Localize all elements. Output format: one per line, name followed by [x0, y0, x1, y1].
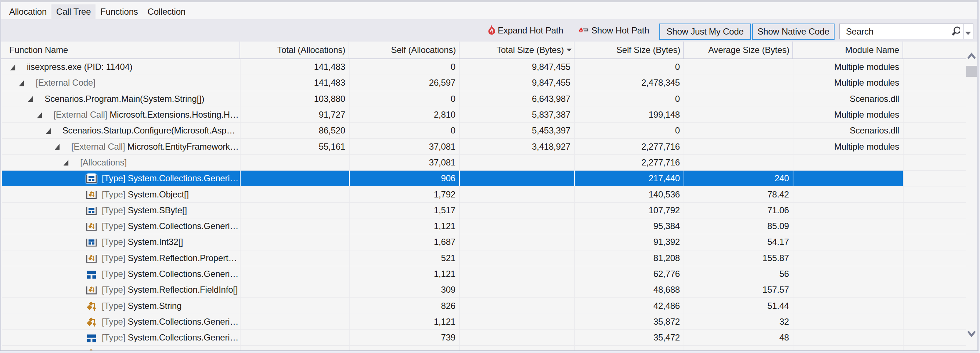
- tree-cell-average-size: 78.42: [684, 187, 793, 202]
- tree-row[interactable]: [Allocations]37,0812,277,716: [0, 155, 980, 171]
- tree-row[interactable]: [Type] System.String82642,48651.44: [0, 298, 980, 314]
- tree-cell-self-allocations: 1,792: [349, 187, 459, 202]
- tree-row[interactable]: [Type] System.Object[]1,792140,53678.42: [0, 187, 980, 202]
- tree-cell-average-size: 71.06: [684, 203, 793, 218]
- search-input[interactable]: Search: [846, 27, 873, 37]
- tree-cell-module-name: Multiple modules: [793, 75, 903, 91]
- tree-cell-module-name: [793, 171, 903, 186]
- tree-cell-self-allocations: [349, 346, 459, 350]
- tree-cell-total-allocations: 55,161: [240, 139, 349, 154]
- tree-cell-function-name: [Type] System.SByte[]: [0, 203, 240, 218]
- column-header-module-name[interactable]: Module Name: [793, 42, 903, 59]
- tree-row-prefix: [Allocations]: [80, 157, 127, 167]
- tree-cell-self-allocations: 0: [349, 91, 459, 107]
- tree-row[interactable]: Scenarios.Startup.Configure(Microsoft.As…: [0, 123, 980, 139]
- tree-cell-total-size: [459, 266, 574, 282]
- struct-array-icon: [86, 237, 97, 247]
- header-separator: [348, 42, 349, 59]
- tree-cell-self-size: 2,478,345: [574, 75, 684, 91]
- tree-row-label: System.Collections.Generi…: [128, 221, 239, 231]
- tree-cell-function-name: [Type] System.String: [0, 298, 240, 313]
- tree-row[interactable]: [Type] System.Collections.Generi…1,12162…: [0, 266, 980, 282]
- memory-profiler-window: Allocation Call Tree Functions Collectio…: [0, 0, 980, 353]
- tab-allocation[interactable]: Allocation: [5, 5, 51, 19]
- tree-row[interactable]: [External Call] Microsoft.Extensions.Hos…: [0, 107, 980, 123]
- column-header-total-size[interactable]: Total Size (Bytes): [459, 42, 574, 59]
- tree-cell-self-allocations: 826: [349, 298, 459, 313]
- tree-cell-average-size: 51.44: [684, 298, 793, 313]
- class-array-icon: [86, 221, 97, 231]
- struct-icon: [86, 269, 97, 279]
- tree-cell-function-name: [0, 346, 240, 350]
- expand-hot-path-flame-icon[interactable]: [488, 25, 495, 37]
- tree-cell-total-size: [459, 171, 574, 186]
- tree-row[interactable]: [Type] System.Int32[]1,68791,39254.17: [0, 234, 980, 250]
- scrollbar-thumb[interactable]: [966, 66, 977, 77]
- tree-cell-total-allocations: [240, 234, 349, 250]
- tab-collection[interactable]: Collection: [143, 5, 190, 19]
- tree-row[interactable]: Scenarios.Program.Main(System.String[])1…: [0, 91, 980, 107]
- tree-row[interactable]: iisexpress.exe (PID: 11404)141,48309,847…: [0, 59, 980, 75]
- column-header-average-size[interactable]: Average Size (Bytes): [684, 42, 793, 59]
- tree-row[interactable]: [0, 346, 980, 350]
- tree-cell-self-size: 81,208: [574, 251, 684, 266]
- tree-cell-average-size: [684, 139, 793, 154]
- show-just-my-code-button[interactable]: Show Just My Code: [659, 24, 751, 40]
- struct-array-icon: [86, 173, 97, 184]
- tree-cell-total-size: [459, 298, 574, 313]
- tree-row[interactable]: [Type] System.Collections.Generi…906217,…: [0, 171, 980, 187]
- tree-cell-total-allocations: [240, 330, 349, 345]
- tree-cell-self-size: 0: [574, 59, 684, 75]
- column-header-total-allocations[interactable]: Total (Allocations): [240, 42, 349, 59]
- scroll-up-icon[interactable]: [967, 52, 976, 62]
- expand-hot-path-label[interactable]: Expand Hot Path: [498, 26, 563, 36]
- tree-cell-module-name: Multiple modules: [793, 59, 903, 75]
- tree-row[interactable]: [Type] System.Collections.Generi…73935,4…: [0, 330, 980, 346]
- tree-cell-average-size: [684, 91, 793, 107]
- tree-cell-total-allocations: [240, 171, 349, 186]
- tree-row[interactable]: [External Code]141,48326,5979,847,4552,4…: [0, 75, 980, 91]
- expander-icon[interactable]: [45, 127, 51, 134]
- search-icon[interactable]: [950, 27, 960, 38]
- tree-row-prefix: [External Call]: [54, 110, 110, 120]
- column-header-self-size[interactable]: Self Size (Bytes): [574, 42, 684, 59]
- class-icon: [86, 316, 97, 327]
- tree-cell-self-allocations: 906: [349, 171, 459, 186]
- header-separator: [792, 42, 793, 59]
- scroll-down-icon[interactable]: [967, 329, 976, 339]
- vertical-scrollbar[interactable]: [966, 42, 977, 350]
- tree-cell-self-size: 35,472: [574, 330, 684, 345]
- expander-icon[interactable]: [18, 80, 24, 86]
- search-box[interactable]: Search: [839, 24, 974, 39]
- header-separator: [240, 42, 240, 59]
- show-native-code-button[interactable]: Show Native Code: [752, 24, 835, 40]
- tree-cell-total-size: 5,837,387: [459, 107, 574, 123]
- tree-row[interactable]: [Type] System.Collections.Generi…1,12135…: [0, 314, 980, 330]
- tab-call-tree[interactable]: Call Tree: [51, 5, 95, 19]
- tree-row[interactable]: [Type] System.SByte[]1,517107,79271.06: [0, 203, 980, 219]
- search-dropdown-icon[interactable]: [965, 30, 972, 37]
- tree-cell-self-allocations: 37,081: [349, 155, 459, 170]
- tree-row-prefix: [Type]: [102, 237, 128, 247]
- column-header-function-name[interactable]: Function Name: [0, 42, 240, 59]
- tree-cell-self-allocations: 0: [349, 123, 459, 138]
- tree-row[interactable]: [External Call] Microsoft.EntityFramewor…: [0, 139, 980, 155]
- expander-icon[interactable]: [10, 64, 16, 70]
- show-hot-path-label[interactable]: Show Hot Path: [591, 26, 649, 36]
- column-header-self-allocations[interactable]: Self (Allocations): [349, 42, 459, 59]
- tree-cell-function-name: [Type] System.Int32[]: [0, 234, 240, 250]
- expander-icon[interactable]: [37, 112, 42, 118]
- tree-row-prefix: [Type]: [102, 189, 128, 199]
- tree-row[interactable]: [Type] System.Reflection.FieldInfo[]3094…: [0, 282, 980, 298]
- tree-row-label: System.Collections.Generi…: [128, 173, 239, 183]
- expander-icon[interactable]: [63, 159, 69, 166]
- tab-functions[interactable]: Functions: [95, 5, 143, 19]
- expander-icon[interactable]: [27, 95, 33, 102]
- tree-row-label: iisexpress.exe (PID: 11404): [27, 62, 133, 72]
- tree-row[interactable]: [Type] System.Reflection.Propert…52181,2…: [0, 251, 980, 266]
- tree-cell-total-allocations: [240, 346, 349, 350]
- tree-row-prefix: [Type]: [102, 269, 128, 279]
- expander-icon[interactable]: [54, 143, 60, 150]
- tree-row[interactable]: [Type] System.Collections.Generi…1,12195…: [0, 219, 980, 234]
- show-hot-path-icon[interactable]: [579, 26, 589, 35]
